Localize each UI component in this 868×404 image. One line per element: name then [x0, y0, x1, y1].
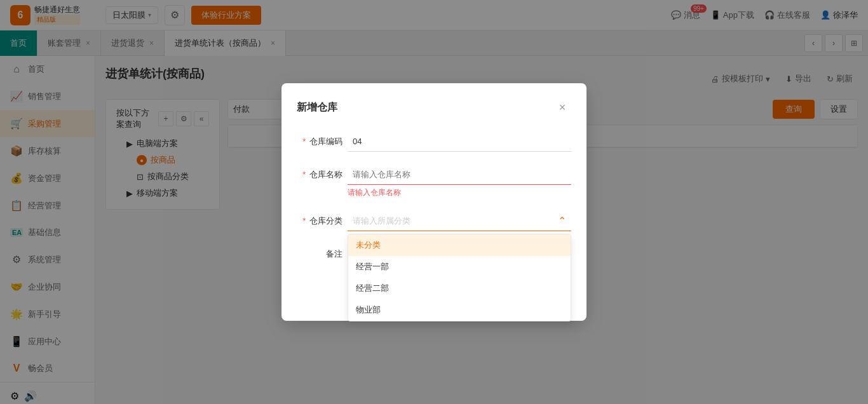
name-error-msg: 请输入仓库名称: [348, 187, 571, 198]
modal-close-button[interactable]: ×: [553, 98, 571, 116]
category-select[interactable]: 请输入所属分类 ⌃: [348, 211, 571, 231]
dropdown-item-dept1[interactable]: 经营一部: [348, 256, 571, 278]
category-row: * 仓库分类 请输入所属分类 ⌃ 未分类 经营一部 经营二部 物业部: [297, 211, 571, 231]
name-label: * 仓库名称: [297, 165, 348, 185]
code-control: [348, 131, 571, 152]
category-placeholder: 请输入所属分类: [353, 215, 410, 227]
code-label: * 仓库编码: [297, 131, 348, 152]
name-input[interactable]: [348, 165, 571, 185]
name-control: 请输入仓库名称: [348, 165, 571, 198]
new-warehouse-modal: 新增仓库 × * 仓库编码 * 仓库名称 请输入仓库名称: [281, 83, 587, 321]
modal-overlay: 新增仓库 × * 仓库编码 * 仓库名称 请输入仓库名称: [0, 0, 868, 404]
code-input[interactable]: [348, 131, 571, 152]
name-row: * 仓库名称 请输入仓库名称: [297, 165, 571, 198]
dropdown-item-uncategorized[interactable]: 未分类: [348, 234, 571, 256]
note-label: 备注: [297, 244, 348, 264]
modal-header: 新增仓库 ×: [297, 98, 571, 116]
modal-title: 新增仓库: [297, 101, 337, 114]
code-row: * 仓库编码: [297, 131, 571, 152]
category-label: * 仓库分类: [297, 211, 348, 231]
category-dropdown: 未分类 经营一部 经营二部 物业部: [348, 234, 571, 321]
dropdown-item-property[interactable]: 物业部: [348, 299, 571, 321]
category-toggle-icon[interactable]: ⌃: [558, 215, 566, 227]
category-control: 请输入所属分类 ⌃ 未分类 经营一部 经营二部 物业部: [348, 211, 571, 231]
dropdown-item-dept2[interactable]: 经营二部: [348, 278, 571, 299]
